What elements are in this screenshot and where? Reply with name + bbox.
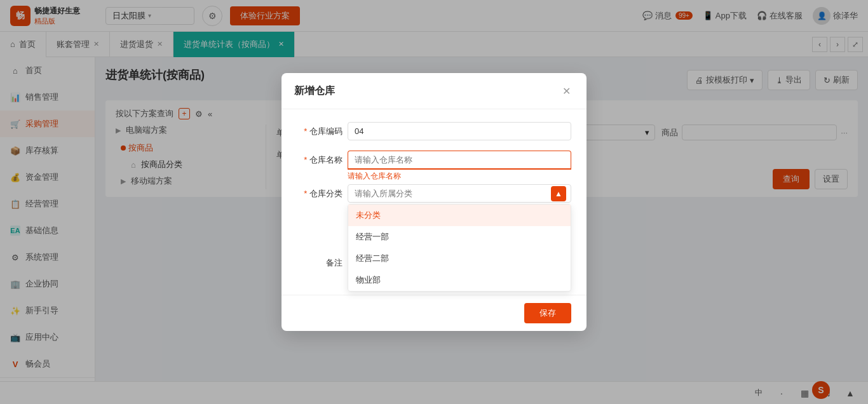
name-error-msg: 请输入仓库名称 <box>348 171 571 182</box>
modal-footer: 保存 <box>281 295 587 331</box>
modal-close-button[interactable]: ✕ <box>559 83 574 98</box>
name-input[interactable] <box>348 151 571 170</box>
form-row-category: 仓库分类 ▲ 未分类 经营一部 经营二部 <box>297 184 571 203</box>
modal-body: 仓库编码 仓库名称 请输入仓库名称 仓库分类 ▲ <box>281 109 587 295</box>
category-arrow-icon[interactable]: ▲ <box>551 186 566 201</box>
dropdown-item-dept2[interactable]: 经营二部 <box>348 248 571 269</box>
dropdown-item-unclassified[interactable]: 未分类 <box>348 205 571 226</box>
modal-overlay: 新增仓库 ✕ 仓库编码 仓库名称 请输入仓库名称 仓库分类 <box>0 0 868 404</box>
note-label: 备注 <box>297 257 348 269</box>
dropdown-label-unclassified: 未分类 <box>356 210 381 220</box>
dropdown-item-dept1[interactable]: 经营一部 <box>348 226 571 248</box>
form-row-name: 仓库名称 请输入仓库名称 <box>297 151 571 182</box>
form-row-code: 仓库编码 <box>297 122 571 140</box>
category-dropdown: 未分类 经营一部 经营二部 物业部 <box>348 204 571 292</box>
dropdown-item-dept3[interactable]: 物业部 <box>348 269 571 291</box>
category-input[interactable] <box>348 184 571 203</box>
dropdown-label-dept1: 经营一部 <box>356 232 389 241</box>
add-warehouse-modal: 新增仓库 ✕ 仓库编码 仓库名称 请输入仓库名称 仓库分类 <box>281 73 587 331</box>
dropdown-label-dept3: 物业部 <box>356 275 381 285</box>
name-label: 仓库名称 <box>297 154 348 166</box>
modal-title: 新增仓库 <box>294 84 335 98</box>
save-button[interactable]: 保存 <box>524 303 571 323</box>
category-label: 仓库分类 <box>297 188 348 199</box>
code-input[interactable] <box>348 122 571 140</box>
category-input-wrap: ▲ 未分类 经营一部 经营二部 物业部 <box>348 184 571 203</box>
modal-header: 新增仓库 ✕ <box>281 73 587 109</box>
dropdown-label-dept2: 经营二部 <box>356 253 389 263</box>
code-label: 仓库编码 <box>297 126 348 137</box>
